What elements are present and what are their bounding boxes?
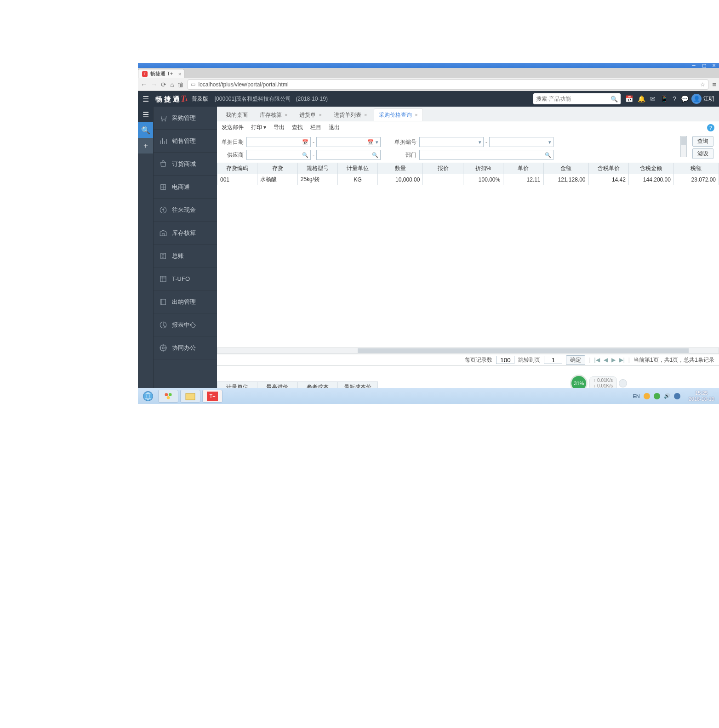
taskbar-item-explorer[interactable]	[180, 390, 200, 403]
col-quote[interactable]: 报价	[423, 163, 463, 174]
left-action-column: ☰ 🔍 ＋	[138, 107, 154, 404]
col-spec[interactable]: 规格型号	[297, 163, 337, 174]
sidebar-item-reports[interactable]: 报表中心	[154, 313, 217, 336]
date-to-input[interactable]: 📅▾	[316, 137, 381, 147]
svg-point-0	[162, 120, 163, 121]
tray-security-icon[interactable]	[654, 393, 660, 399]
sidebar-item-sales[interactable]: 销售管理	[154, 130, 217, 153]
sidebar-item-cash[interactable]: 往来现金	[154, 199, 217, 222]
nav-forward-button[interactable]: →	[151, 81, 157, 88]
filter-scrollbar[interactable]	[680, 136, 687, 157]
sidebar-item-ordermall[interactable]: 订货商城	[154, 153, 217, 176]
tab-purchase-price-query[interactable]: 采购价格查询×	[374, 108, 422, 121]
docno-from-input[interactable]: ▾	[419, 137, 484, 147]
search-input[interactable]	[536, 96, 611, 102]
sidebar-item-ecommerce[interactable]: 电商通	[154, 176, 217, 199]
bell-icon[interactable]: 🔔	[638, 95, 645, 102]
sidebar-item-purchase[interactable]: 采购管理	[154, 107, 217, 130]
tray-network-icon[interactable]	[674, 393, 680, 399]
tab-close-icon[interactable]: ×	[415, 112, 417, 118]
query-button[interactable]: 查询	[692, 136, 713, 147]
col-price[interactable]: 单价	[503, 163, 543, 174]
speed-bubble-icon[interactable]	[619, 379, 627, 387]
sidebar-item-cashier[interactable]: 出纳管理	[154, 290, 217, 313]
toggle-nav-button[interactable]: ☰	[138, 107, 153, 122]
nav-home-button[interactable]: ⌂	[170, 81, 174, 88]
tab-desktop[interactable]: 我的桌面	[221, 108, 253, 121]
sidebar-item-ledger[interactable]: 总账	[154, 245, 217, 267]
col-taxprice[interactable]: 含税单价	[588, 163, 628, 174]
col-inventory[interactable]: 存货	[257, 163, 297, 174]
sidebar-item-collab[interactable]: 协同办公	[154, 336, 217, 359]
col-taxamount[interactable]: 含税金额	[628, 163, 673, 174]
find-button[interactable]: 查找	[292, 124, 303, 131]
search-icon[interactable]: 🔍	[611, 96, 618, 102]
per-page-input[interactable]	[496, 356, 514, 364]
add-button[interactable]: ＋	[138, 138, 153, 154]
browser-tab[interactable]: T 畅捷通 T+ ×	[138, 69, 184, 78]
avatar[interactable]: 👤	[691, 94, 702, 104]
dept-input[interactable]: 🔍	[419, 150, 554, 160]
global-search[interactable]: 🔍	[533, 93, 621, 104]
filter-settings-button[interactable]: 滤设	[692, 148, 713, 159]
window-restore-button[interactable]: ▢	[701, 63, 707, 68]
taskbar-item[interactable]	[158, 390, 178, 403]
col-discount[interactable]: 折扣%	[463, 163, 503, 174]
chat-icon[interactable]: 💬	[681, 95, 689, 102]
address-bar[interactable]: ▭ localhost/tplus/view/portal/portal.htm…	[188, 80, 708, 90]
table-row[interactable]: 001 水杨酸 25kg/袋 KG 10,000.00 100.00% 12.1…	[217, 174, 719, 185]
taskbar-item-tplus[interactable]: T+	[202, 390, 223, 403]
calendar-icon[interactable]: 📅	[625, 95, 633, 102]
bookmark-star-icon[interactable]: ☆	[700, 81, 705, 88]
help-icon[interactable]: ?	[673, 95, 676, 102]
col-amount[interactable]: 金额	[543, 163, 588, 174]
window-close-button[interactable]: ✕	[711, 63, 717, 68]
columns-button[interactable]: 栏目	[310, 124, 321, 131]
mail-icon[interactable]: ✉	[650, 95, 656, 102]
col-qty[interactable]: 数量	[378, 163, 423, 174]
supplier-to-input[interactable]: 🔍	[316, 150, 381, 160]
mobile-icon[interactable]: 📱	[660, 95, 668, 102]
grid-hscrollbar[interactable]	[217, 347, 719, 354]
taskbar-clock[interactable]: 15:25 2018-10-19	[689, 390, 714, 402]
svg-point-13	[160, 347, 161, 348]
jump-input[interactable]	[544, 356, 562, 364]
exit-button[interactable]: 退出	[329, 124, 340, 131]
tab-close-icon[interactable]: ×	[285, 112, 287, 118]
nav-delete-button[interactable]: 🗑	[177, 81, 184, 88]
ime-indicator[interactable]: EN	[633, 393, 639, 399]
pager-prev-button[interactable]: ◀	[604, 357, 608, 363]
pager-first-button[interactable]: |◀	[594, 357, 600, 363]
tray-shield-icon[interactable]	[644, 393, 650, 399]
sidebar-item-inventory[interactable]: 库存核算	[154, 222, 217, 245]
tab-inventory-calc[interactable]: 库存核算×	[255, 108, 292, 121]
username-label[interactable]: 江明	[703, 95, 714, 103]
tab-close-icon[interactable]: ×	[364, 112, 367, 118]
print-button[interactable]: 打印 ▾	[251, 124, 266, 131]
pager-next-button[interactable]: ▶	[611, 357, 616, 363]
sidebar-item-tufo[interactable]: T-UFO	[154, 267, 217, 290]
col-unit[interactable]: 计量单位	[338, 163, 378, 174]
docno-to-input[interactable]: ▾	[489, 137, 554, 147]
window-minimize-button[interactable]: ─	[690, 63, 697, 68]
tab-close-icon[interactable]: ×	[319, 112, 321, 118]
pager-last-button[interactable]: ▶|	[619, 357, 625, 363]
export-button[interactable]: 导出	[274, 124, 285, 131]
col-code[interactable]: 存货编码	[217, 163, 257, 174]
start-button[interactable]	[140, 389, 156, 403]
tab-purchase-list[interactable]: 进货单列表×	[329, 108, 372, 121]
send-mail-button[interactable]: 发送邮件	[222, 124, 244, 131]
pager-ok-button[interactable]: 确定	[566, 355, 585, 365]
tab-purchase-order[interactable]: 进货单×	[294, 108, 326, 121]
date-from-input[interactable]: 📅	[246, 137, 311, 147]
browser-menu-button[interactable]: ≡	[712, 80, 716, 88]
menu-toggle-button[interactable]: ☰	[143, 95, 152, 103]
nav-reload-button[interactable]: ⟳	[161, 81, 166, 88]
tab-close-icon[interactable]: ×	[178, 71, 181, 77]
quick-search-button[interactable]: 🔍	[138, 122, 153, 138]
help-bubble-icon[interactable]: ?	[707, 124, 714, 131]
col-tax[interactable]: 税额	[673, 163, 719, 174]
tray-volume-icon[interactable]: 🔊	[664, 393, 670, 399]
nav-back-button[interactable]: ←	[141, 81, 147, 88]
supplier-from-input[interactable]: 🔍	[246, 150, 311, 160]
